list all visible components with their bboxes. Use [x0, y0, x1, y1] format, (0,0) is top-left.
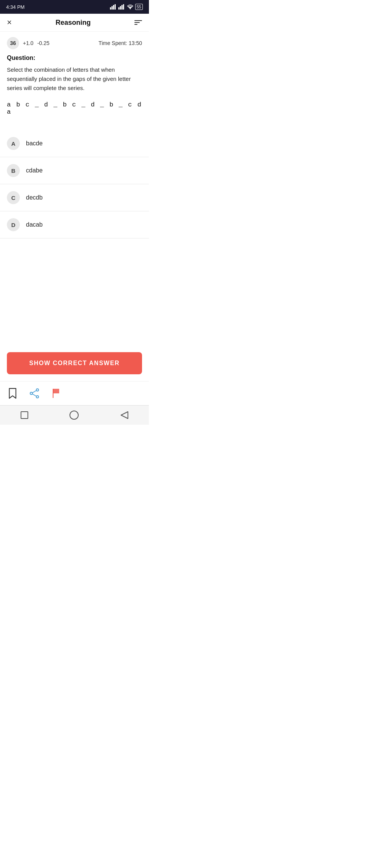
back-nav-button[interactable] — [120, 411, 129, 419]
options-container: A bacde B cdabe C decdb D dacab — [0, 130, 149, 238]
share-button[interactable] — [29, 388, 40, 398]
question-number: 36 — [7, 37, 19, 49]
svg-rect-1 — [111, 6, 113, 10]
option-b-circle: B — [7, 164, 20, 177]
svg-point-11 — [36, 396, 39, 398]
header: × Reasoning — [0, 14, 149, 32]
svg-rect-7 — [123, 4, 124, 10]
bookmark-icon — [8, 388, 18, 399]
close-button[interactable]: × — [7, 18, 12, 27]
bottom-actions — [0, 381, 149, 405]
svg-line-12 — [32, 391, 36, 393]
show-correct-answer-button[interactable]: SHOW CORRECT ANSWER — [7, 352, 142, 374]
question-content: Question: Select the combination of lett… — [0, 52, 149, 130]
square-nav-icon — [20, 411, 29, 419]
filter-line-2 — [134, 22, 140, 23]
show-answer-container: SHOW CORRECT ANSWER — [0, 345, 149, 381]
square-nav-button[interactable] — [20, 411, 29, 419]
svg-point-16 — [70, 411, 78, 419]
svg-rect-4 — [118, 7, 120, 10]
time-spent: Time Spent: 13:50 — [99, 40, 142, 46]
svg-marker-17 — [121, 412, 128, 419]
back-nav-icon — [120, 411, 129, 419]
filter-button[interactable] — [134, 20, 142, 25]
option-c-text: decdb — [26, 194, 43, 201]
flag-button[interactable] — [51, 388, 61, 399]
svg-point-9 — [36, 389, 39, 391]
question-meta: 36 +1.0 -0.25 Time Spent: 13:50 — [0, 32, 149, 52]
svg-rect-6 — [121, 5, 123, 10]
signal-icon — [110, 4, 117, 10]
battery-icon: 55 — [135, 4, 143, 10]
option-a[interactable]: A bacde — [0, 130, 149, 157]
svg-rect-0 — [110, 7, 111, 10]
content-spacer — [0, 238, 149, 345]
filter-line-1 — [134, 20, 142, 21]
svg-rect-15 — [21, 412, 28, 419]
circle-nav-button[interactable] — [69, 410, 79, 420]
svg-rect-5 — [120, 6, 121, 10]
bookmark-button[interactable] — [8, 388, 18, 399]
option-d[interactable]: D dacab — [0, 211, 149, 238]
wifi-icon — [127, 4, 134, 10]
flag-icon — [51, 388, 61, 399]
svg-rect-3 — [115, 4, 116, 10]
option-c[interactable]: C decdb — [0, 184, 149, 211]
share-icon — [29, 388, 40, 398]
option-b[interactable]: B cdabe — [0, 157, 149, 184]
status-bar: 4:34 PM 55 — [0, 0, 149, 14]
status-time: 4:34 PM — [6, 4, 24, 10]
score-negative: -0.25 — [37, 40, 50, 46]
option-a-circle: A — [7, 137, 20, 150]
svg-point-10 — [30, 392, 32, 395]
signal-icon-2 — [118, 4, 125, 10]
svg-line-13 — [32, 394, 36, 396]
filter-line-3 — [134, 24, 137, 25]
letter-series: a b c _ d _ b c _ d _ b _ c d a — [7, 100, 142, 117]
header-title: Reasoning — [55, 19, 90, 27]
score-positive: +1.0 — [23, 40, 34, 46]
meta-left: 36 +1.0 -0.25 — [7, 37, 50, 49]
option-d-text: dacab — [26, 221, 43, 228]
question-label: Question: — [7, 55, 142, 61]
option-a-text: bacde — [26, 140, 43, 147]
option-c-circle: C — [7, 191, 20, 204]
nav-bar — [0, 405, 149, 425]
question-text: Select the combination of letters that w… — [7, 65, 142, 93]
svg-rect-2 — [113, 5, 114, 10]
status-icons: 55 — [110, 4, 143, 10]
option-d-circle: D — [7, 218, 20, 231]
circle-nav-icon — [69, 410, 79, 420]
option-b-text: cdabe — [26, 167, 43, 174]
svg-point-8 — [129, 8, 131, 10]
